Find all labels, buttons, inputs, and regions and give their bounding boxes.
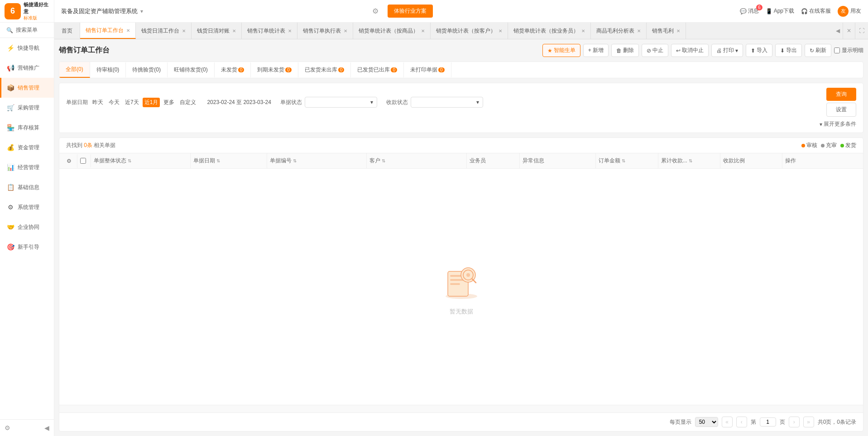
topbar-gear-icon[interactable]: ⚙: [372, 7, 379, 15]
cancel-suspend-btn[interactable]: ↩ 取消中止: [671, 44, 709, 57]
filter-tab-pending-review[interactable]: 待审核(0): [90, 62, 126, 77]
per-page-select[interactable]: 50 10 20 100: [695, 417, 718, 427]
app-download-btn[interactable]: 📱 App下载: [766, 7, 794, 15]
pagination-next-btn[interactable]: ›: [789, 417, 800, 427]
sidebar-item-operations[interactable]: 📊经营管理: [0, 157, 54, 177]
date-sort-icon[interactable]: ⇅: [216, 158, 220, 163]
tab-close-margin[interactable]: ✕: [637, 28, 641, 33]
date-7days[interactable]: 近7天: [123, 98, 141, 107]
refresh-icon: ↻: [810, 47, 814, 54]
amount-sort-icon[interactable]: ⇅: [622, 158, 625, 163]
tab-cash-daily[interactable]: 钱货日清工作台 ✕: [136, 23, 192, 39]
show-detail-checkbox[interactable]: 显示明细: [834, 47, 863, 54]
tab-close-cash-reconcile[interactable]: ✕: [232, 28, 236, 33]
pagination-first-btn[interactable]: «: [722, 417, 733, 427]
sidebar-item-guide[interactable]: 🎯新手引导: [0, 237, 54, 257]
review-btn[interactable]: 审核: [801, 142, 817, 149]
delete-btn[interactable]: 🗑 删除: [611, 44, 639, 57]
query-btn[interactable]: 查询: [826, 88, 856, 101]
smart-create-btn[interactable]: ★ 智能生单: [542, 44, 580, 57]
tab-close-sales-order[interactable]: ✕: [126, 28, 130, 33]
filter-tab-pending-inspect[interactable]: 待挑验货(0): [126, 62, 168, 77]
date-more[interactable]: 更多: [162, 98, 176, 107]
suspend-btn[interactable]: ⊘ 中止: [642, 44, 668, 57]
print-btn[interactable]: 🖨 打印 ▾: [711, 44, 743, 57]
table-scrollbar[interactable]: [59, 405, 863, 412]
status-select[interactable]: ▾: [305, 97, 377, 108]
page-input[interactable]: [760, 417, 776, 427]
filter-tab-not-printed[interactable]: 未打印单据0: [404, 62, 451, 77]
date-1month[interactable]: 近1月: [143, 98, 160, 107]
print-dropdown-icon: ▾: [735, 47, 738, 54]
settings-icon[interactable]: ⚙: [5, 424, 10, 431]
customer-sort-icon[interactable]: ⇅: [382, 158, 385, 163]
tab-sales-order-exec[interactable]: 销售订单执行表 ✕: [297, 23, 353, 39]
tab-cash-reconcile[interactable]: 钱货日清对账 ✕: [192, 23, 242, 39]
tab-close-product[interactable]: ✕: [421, 28, 425, 33]
tab-sales-stats-product[interactable]: 销货单统计表（按商品） ✕: [353, 23, 431, 39]
filter-tab-shipped-not-in[interactable]: 已发货未出库0: [298, 62, 351, 77]
avatar-icon: 友: [838, 6, 849, 17]
filter-tab-all[interactable]: 全部(0): [59, 62, 90, 78]
tab-sales-profit[interactable]: 销售毛利 ✕: [647, 23, 686, 39]
tabbar-close-btn[interactable]: ✕: [843, 23, 855, 39]
filter-tab-wangpu[interactable]: 旺铺待发货(0): [168, 62, 215, 77]
filter-tab-expired-not-shipped[interactable]: 到期未发货0: [251, 62, 298, 77]
date-yesterday[interactable]: 昨天: [91, 98, 105, 107]
collapse-icon[interactable]: ◀: [44, 424, 49, 431]
sidebar-item-finance[interactable]: 💰资金管理: [0, 137, 54, 157]
pagination-last-btn[interactable]: »: [803, 417, 814, 427]
online-service-btn[interactable]: 🎧 在线客服: [801, 7, 831, 15]
no-sort-icon[interactable]: ⇅: [293, 158, 297, 163]
tab-close-customer[interactable]: ✕: [499, 28, 502, 33]
th-staff: 业务员: [467, 153, 520, 168]
tab-close-cash-daily[interactable]: ✕: [182, 28, 186, 33]
th-settings[interactable]: ⚙: [64, 154, 77, 168]
sidebar-search-btn[interactable]: 🔍 搜索菜单: [0, 23, 54, 38]
sidebar-item-basic-info[interactable]: 📋基础信息: [0, 177, 54, 197]
expand-conditions-btn[interactable]: ▾ 展开更多条件: [820, 120, 856, 128]
tab-home[interactable]: 首页: [54, 23, 80, 39]
solution-btn[interactable]: 体验行业方案: [388, 5, 433, 18]
unreviewed-btn[interactable]: 充审: [821, 142, 837, 149]
receipt-sort-icon[interactable]: ⇅: [689, 158, 692, 163]
tabbar-prev-btn[interactable]: ◀: [833, 28, 843, 34]
tab-close-exec[interactable]: ✕: [344, 28, 347, 33]
tab-sales-stats-customer[interactable]: 销货单统计表（按客户） ✕: [431, 23, 508, 39]
th-checkbox[interactable]: [77, 154, 91, 167]
date-custom[interactable]: 自定义: [178, 98, 198, 107]
sidebar-item-quick-nav[interactable]: ⚡快捷导航: [0, 38, 54, 58]
add-btn[interactable]: + 新增: [583, 44, 609, 57]
sidebar-item-inventory[interactable]: 🏪库存核算: [0, 118, 54, 137]
tab-sales-order-stats[interactable]: 销售订单统计表 ✕: [242, 23, 297, 39]
sidebar-item-marketing[interactable]: 📢营销推广: [0, 58, 54, 78]
sidebar-item-enterprise[interactable]: 🤝企业协同: [0, 217, 54, 237]
payment-select[interactable]: ▾: [411, 97, 483, 108]
export-btn[interactable]: ⬇ 导出: [775, 44, 802, 57]
sidebar-item-purchase[interactable]: 🛒采购管理: [0, 98, 54, 118]
tab-close-sales-stats[interactable]: ✕: [288, 28, 292, 33]
date-today[interactable]: 今天: [107, 98, 121, 107]
import-btn[interactable]: ⬆ 导入: [746, 44, 772, 57]
ship-btn[interactable]: 发货: [840, 142, 856, 149]
tabbar-fullscreen-btn[interactable]: ⛶: [855, 23, 868, 39]
tab-sales-stats-staff[interactable]: 销货单统计表（按业务员） ✕: [508, 23, 591, 39]
tab-close-profit[interactable]: ✕: [676, 28, 680, 33]
tab-product-margin[interactable]: 商品毛利分析表 ✕: [591, 23, 647, 39]
tab-sales-order-workbench[interactable]: 销售订单工作台 ✕: [80, 23, 136, 39]
tab-close-staff[interactable]: ✕: [581, 28, 585, 33]
status-sort-icon[interactable]: ⇅: [128, 158, 131, 163]
select-all-checkbox[interactable]: [80, 158, 86, 164]
refresh-btn[interactable]: ↻ 刷新: [805, 44, 831, 57]
show-detail-input[interactable]: [834, 47, 840, 53]
topbar-dropdown-icon[interactable]: ▾: [140, 8, 143, 14]
sidebar-item-sales[interactable]: 📦销售管理: [0, 78, 54, 98]
sidebar-item-system[interactable]: ⚙系统管理: [0, 197, 54, 217]
user-btn[interactable]: 友 用友: [838, 6, 861, 17]
filter-tab-shipped-out[interactable]: 已发货已出库0: [351, 62, 404, 77]
sidebar-bottom: ⚙ ◀: [0, 419, 54, 436]
message-btn[interactable]: 💬 消息 6: [740, 7, 759, 15]
filter-tab-not-shipped[interactable]: 未发货0: [215, 62, 251, 77]
pagination-prev-btn[interactable]: ‹: [736, 417, 747, 427]
setting-btn[interactable]: 设置: [826, 103, 856, 117]
